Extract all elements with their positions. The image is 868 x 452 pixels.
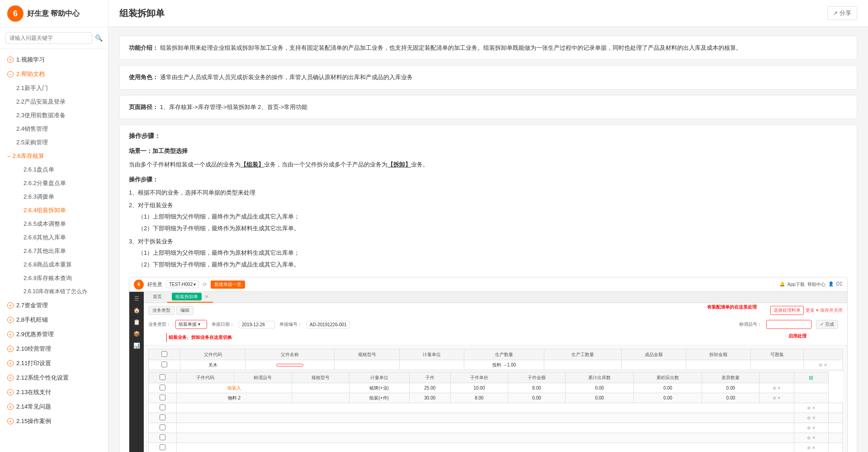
sidebar-item-faq[interactable]: + 2.14常见问题 [0, 400, 108, 414]
mock-child-row-cb7[interactable] [160, 444, 165, 450]
sidebar-item-mobile[interactable]: + 2.8手机旺铺 [0, 313, 108, 327]
mock-del-icon8[interactable]: ✕ [812, 445, 816, 450]
share-button[interactable]: ↗ 分享 [827, 6, 857, 20]
mock-child-row-cb3[interactable] [160, 404, 165, 410]
mock-copy-icon[interactable]: ⊕ [819, 362, 822, 367]
mock-ctd-empty6 [177, 433, 794, 443]
mock-company-dropdown[interactable]: TEST-H002 ▾ [166, 281, 199, 288]
search-input[interactable] [5, 32, 92, 44]
sidebar-item-inventory[interactable]: − 2.6库存核算 [0, 149, 108, 163]
sidebar-item-count[interactable]: 2.6.1盘点单 [0, 163, 108, 176]
sidebar-item-pay[interactable]: + 2.13在线支付 [0, 385, 108, 400]
mock-btn-edit[interactable]: 编辑 [176, 306, 193, 315]
mock-child-select-all[interactable] [160, 374, 165, 380]
sidebar-item-cost[interactable]: 2.6.5成本调整单 [0, 217, 108, 231]
mock-del-icon6[interactable]: ✕ [812, 425, 816, 430]
mock-select-all-checkbox[interactable] [161, 351, 167, 357]
mock-child-row-cb4[interactable] [160, 414, 165, 420]
mock-tab-new[interactable]: 组装拆卸单 ✕ [167, 292, 213, 303]
mock-child-row-cb1[interactable] [160, 385, 165, 390]
sidebar-nav: + 1.视频学习 − 2.帮助文档 2.1新手入门 2.2产品安装及登录 2.3… [0, 49, 108, 452]
mock-warehouse-input[interactable] [766, 320, 811, 329]
sidebar-item-assembly[interactable]: 2.6.4组装拆卸单 [0, 204, 108, 217]
sidebar-item-label: 2.14常见问题 [16, 403, 51, 411]
mock-date-input[interactable]: 2019-12-26 [239, 321, 275, 328]
mock-save-btn[interactable]: 保存并关闭 [820, 307, 843, 314]
mock-child-row-cb2[interactable] [160, 395, 165, 400]
sidebar-item-label: 2.15操作案例 [16, 417, 51, 425]
mock-del-icon7[interactable]: ✕ [812, 435, 816, 440]
sidebar-item-label: 2.2产品安装及登录 [16, 98, 66, 106]
mock-more-btn[interactable]: 更多 ▾ [806, 307, 818, 314]
mock-docno-input[interactable]: AD-20191226-001 [307, 321, 350, 328]
mock-td-unit [399, 360, 464, 370]
mock-copy-icon6[interactable]: ⊕ [807, 425, 811, 430]
sidebar-item-other-out[interactable]: 2.6.7其他出库单 [0, 244, 108, 258]
mock-top-bar: 6 好生意 TEST-H002 ▾ ⟳ 新建单据一览 🔔 App下载 帮助中心 [129, 277, 847, 292]
sidebar-item-custom[interactable]: + 2.12系统个性化设置 [0, 371, 108, 385]
sidebar-item-data[interactable]: 2.3使用前数据准备 [0, 109, 108, 122]
mock-copy-icon5[interactable]: ⊕ [807, 415, 811, 420]
sidebar-item-mistake[interactable]: 2.6.10库存账本错了怎么办 [0, 285, 108, 298]
mock-del-icon4[interactable]: ✕ [812, 405, 816, 410]
mock-row-checkbox[interactable] [161, 362, 167, 367]
intro-text: 组装拆卸单用来处理企业组装或拆卸等加工业务，支持有固定装配清单的产品加工业务，也… [160, 44, 742, 51]
sidebar-item-adjust[interactable]: 2.6.3调拨单 [0, 190, 108, 204]
sidebar-header: 6 好生意 帮助中心 [0, 0, 108, 28]
sidebar-item-print[interactable]: + 2.11打印设置 [0, 356, 108, 371]
mock-copy-icon3[interactable]: ⊕ [773, 395, 776, 400]
mock-form-row: 业务类型： 组装单据 ▾ 单据日期： 2019-12-26 单据编号： AD-2… [148, 318, 843, 331]
mock-child-row-cb6[interactable] [160, 434, 165, 440]
sidebar-item-videos[interactable]: + 1.视频学习 [0, 52, 108, 67]
mock-copy-icon4[interactable]: ⊕ [807, 405, 811, 410]
search-icon[interactable]: 🔍 [95, 34, 103, 42]
mock-name-input[interactable] [276, 364, 303, 366]
sidebar-item-sales[interactable]: 2.4销售管理 [0, 122, 108, 136]
sidebar-item-finance[interactable]: + 2.7资金管理 [0, 298, 108, 313]
mock-copy-icon2[interactable]: ⊕ [773, 385, 776, 390]
search-box: 🔍 [0, 28, 108, 49]
mock-del-icon5[interactable]: ✕ [812, 415, 816, 420]
sidebar-item-newcomer[interactable]: 2.1新手入门 [0, 81, 108, 95]
sidebar-item-coupon[interactable]: + 2.9优惠券管理 [0, 327, 108, 342]
mock-del-icon[interactable]: ✕ [824, 362, 827, 367]
expand-icon: + [7, 57, 14, 63]
mock-del-icon3[interactable]: ✕ [777, 395, 781, 400]
sidebar-item-install[interactable]: 2.2产品安装及登录 [0, 95, 108, 109]
mock-ctd-out1: 0.00 [566, 383, 634, 393]
sidebar-item-label: 2.6.6其他入库单 [24, 233, 66, 242]
mock-ok-btn[interactable]: ✓ 完成 [816, 320, 838, 329]
sidebar-item-ops[interactable]: + 2.10经营管理 [0, 342, 108, 356]
mock-expand-icon[interactable]: ⊞ [809, 375, 813, 381]
mock-copy-icon8[interactable]: ⊕ [807, 445, 811, 450]
sidebar-item-goodcost[interactable]: 2.6.8商品成本重算 [0, 258, 108, 271]
mock-close-tab-icon[interactable]: ✕ [205, 294, 208, 299]
mock-tab-home[interactable]: 首页 [148, 292, 166, 303]
mock-annotation-area1: 选择处理料单 更多 ▾ 保存并关闭 [770, 306, 843, 315]
mock-biztype-select[interactable]: 组装单据 ▾ [175, 320, 207, 329]
sidebar-item-partial[interactable]: 2.6.2分量盘点单 [0, 176, 108, 190]
sidebar-item-case[interactable]: + 2.15操作案例 [0, 414, 108, 428]
mock-cth-extra: ⊞ [794, 372, 828, 383]
mock-ctd-extra1 [794, 383, 828, 393]
mock-nav-icon1: ☰ [134, 295, 139, 302]
mock-cth-code: 子件代码 [177, 372, 234, 383]
mock-btn-list[interactable]: 业务类型 [148, 306, 175, 315]
sidebar-item-docs[interactable]: − 2.帮助文档 [0, 67, 108, 81]
sidebar-item-stockcheck[interactable]: 2.6.9库存账本查询 [0, 271, 108, 285]
mock-th-name: 父件名称 [245, 349, 335, 360]
mock-del-icon2[interactable]: ✕ [777, 385, 781, 390]
mock-table-area: 父件代码 父件名称 规格型号 计量单位 生产数量 生产工数量 成品金额 拆卸金额 [144, 345, 847, 452]
mock-tab-label: 组装拆卸单 [172, 293, 202, 300]
sidebar-item-purchase[interactable]: 2.5采购管理 [0, 136, 108, 149]
main-content: 组装拆卸单 ↗ 分享 功能介绍： 组装拆卸单用来处理企业组装或拆卸等加工业务，支… [108, 0, 868, 452]
mock-config-btn[interactable]: 选择处理料单 [770, 306, 804, 315]
mock-annotations-row: 组装业务、拆卸业务在这里切换 启用处理 [148, 333, 843, 342]
role-label: 使用角色： [129, 74, 158, 81]
sidebar-item-other-in[interactable]: 2.6.6其他入库单 [0, 231, 108, 244]
mock-child-row-cb5[interactable] [160, 424, 165, 430]
mock-user-icon: 👤 [828, 281, 834, 288]
mock-copy-icon7[interactable]: ⊕ [807, 435, 811, 440]
mock-biztype-value: 组装单据 [179, 322, 197, 327]
mock-new-btn[interactable]: 新建单据一览 [211, 281, 245, 289]
